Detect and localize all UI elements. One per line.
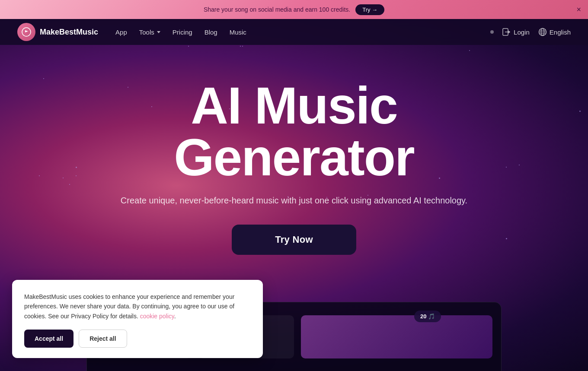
logo-icon [17,23,35,41]
hero-content: AI Music Generator Create unique, never-… [0,45,588,255]
login-button[interactable]: Login [502,28,530,36]
banner-try-button[interactable]: Try → [355,4,384,15]
cookie-buttons: Accept all Reject all [24,330,251,348]
try-now-button[interactable]: Try Now [232,225,356,255]
nav-link-pricing[interactable]: Pricing [173,29,192,36]
svg-point-0 [22,28,31,36]
hero-title: AI Music Generator [17,79,571,183]
nav-link-app[interactable]: App [115,29,127,36]
accept-all-button[interactable]: Accept all [24,330,74,348]
nav-right: Login English [490,28,571,36]
hero-subtitle: Create unique, never-before-heard music … [17,193,571,207]
login-icon [502,28,510,36]
nav-link-music[interactable]: Music [230,29,246,36]
globe-icon [538,28,547,36]
cookie-policy-link[interactable]: cookie policy [140,313,174,320]
top-banner: Share your song on social media and earn… [0,0,588,19]
nav-links: App Tools Pricing Blog Music [115,29,246,36]
app-panel-image [301,315,492,358]
tools-chevron-icon [157,31,160,33]
language-button[interactable]: English [538,28,571,36]
banner-close-button[interactable]: × [576,6,581,13]
cookie-banner: MakeBestMusic uses cookies to enhance yo… [12,280,263,358]
nav-dot [490,30,494,34]
banner-message: Share your song on social media and earn… [204,6,350,13]
nav-link-tools[interactable]: Tools [139,29,160,36]
reject-all-button[interactable]: Reject all [79,330,127,348]
logo-text: MakeBestMusic [40,28,98,37]
nav-link-blog[interactable]: Blog [205,29,217,36]
navbar: MakeBestMusic App Tools Pricing Blog Mus… [0,19,588,45]
logo[interactable]: MakeBestMusic [17,23,98,41]
app-credit-badge: 20 🎵 [414,311,441,322]
cookie-text: MakeBestMusic uses cookies to enhance yo… [24,292,251,321]
